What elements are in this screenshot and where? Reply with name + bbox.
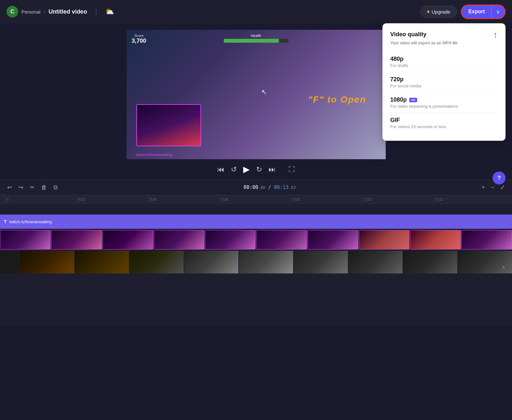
frame-4 [154,230,204,249]
bottom-frame-8 [403,251,457,273]
frame-2 [51,230,102,249]
frame-10 [461,230,512,249]
topbar: C Personal › Untitled video ⋮ ⛅ ♦ Upgrad… [0,0,512,23]
upgrade-button[interactable]: ♦ Upgrade [420,6,457,17]
quality-option-1080p-name: 1080p HD [390,96,498,103]
skip-back-button[interactable]: ↺ [231,165,237,174]
health-label: Health [224,34,289,38]
bottom-frame-4 [184,251,238,273]
webcam-content [137,105,200,146]
export-dropdown-button[interactable]: ∨ [491,6,505,18]
export-button-group: Export ∨ [461,5,506,19]
quality-dropdown-title: Video quality [390,31,498,38]
quality-option-1080p-desc: For video streaming & presentations [390,104,498,109]
breadcrumb-arrow: › [44,9,45,14]
zoom-in-button[interactable]: + [480,182,487,192]
health-bar [224,39,289,43]
frame-1 [0,230,51,249]
frame-9 [410,230,461,249]
video-score: Score 3,700 [132,34,146,44]
bottom-frame-0 [0,251,19,273]
ruler-mark-6: 0:06 [220,196,292,203]
skip-to-end-button[interactable]: ⏭ [268,165,276,174]
text-track-icon: T [4,219,7,224]
webcam-overlay [136,104,201,146]
skip-to-start-button[interactable]: ⏮ [217,165,224,174]
bottom-frame-5 [239,251,293,273]
frame-8 [359,230,409,249]
topbar-right: ♦ Upgrade Export ∨ [420,5,506,19]
timeline-toolbar: ↩ ↪ ✂ 🗑 ⧉ 00:00.00 / 00:13.83 + − [0,180,512,195]
text-track-label: twitch.tv/foreverwaiting [9,219,52,224]
quality-option-1080p[interactable]: 1080p HD For video streaming & presentat… [390,93,498,113]
diamond-icon: ♦ [427,9,430,15]
ruler-mark-10: 0:10 [363,196,435,203]
frame-3 [103,230,153,249]
more-button[interactable]: ⋮ [90,6,102,17]
quality-option-gif-name: GIF [390,117,498,124]
ruler-marks: 0 0:02 0:04 0:06 0:08 0:10 0:12 [5,196,507,203]
bottom-video-track [0,251,512,273]
quality-option-720p-desc: For social media [390,83,498,88]
redo-button[interactable]: ↪ [17,182,25,192]
zoom-out-button[interactable]: − [489,182,496,192]
time-current: 00:00.00 [244,184,268,190]
cut-button[interactable]: ✂ [28,182,37,192]
bottom-frame-2 [75,251,129,273]
fullscreen-button[interactable]: ⛶ [289,166,295,173]
timeline-ruler: 0 0:02 0:04 0:06 0:08 0:10 0:12 [0,195,512,204]
quality-dropdown-arrow: ↑ [493,30,498,40]
time-total: 00:13.83 [274,184,296,190]
bottom-frame-3 [130,251,184,273]
frame-7 [308,230,358,249]
frame-5 [205,230,256,249]
fps-text: "F" to Open [308,94,366,105]
ruler-mark-0: 0 [5,196,77,203]
timeline-zoom-controls: + − ⤢ [480,182,507,192]
frame-6 [256,230,307,249]
quality-option-gif-desc: For videos 15 seconds or less [390,124,498,129]
health-bar-container: Health [224,34,289,43]
bottom-frame-7 [348,251,403,273]
score-value: 3,700 [132,38,146,44]
video-controls: ⏮ ↺ ▶ ↻ ⏭ ⛶ [0,159,512,180]
cloud-icon: ⛅ [105,7,114,16]
bottom-frame-1 [20,251,74,273]
bottom-frame-6 [294,251,348,273]
quality-option-gif[interactable]: GIF For videos 15 seconds or less [390,113,498,133]
quality-option-720p-name: 720p [390,76,498,83]
quality-option-480p-name: 480p [390,56,498,62]
ruler-mark-8: 0:08 [292,196,363,203]
hd-badge: HD [409,98,417,102]
skip-forward-button[interactable]: ↻ [256,165,262,174]
timeline-section: ↩ ↪ ✂ 🗑 ⧉ 00:00.00 / 00:13.83 + − [0,180,512,325]
topbar-left: C Personal › Untitled video ⋮ ⛅ [6,6,416,17]
timeline-tracks: T twitch.tv/foreverwaiting [0,204,512,317]
play-button[interactable]: ▶ [243,164,250,174]
collapse-button[interactable]: ∧ [501,264,506,271]
export-button[interactable]: Export [462,6,491,18]
video-background: Score 3,700 Health twitch.tv/foreve [127,30,386,159]
copy-button[interactable]: ⧉ [51,183,60,192]
avatar: C [6,6,18,17]
help-button[interactable]: ? [493,171,506,184]
health-fill [224,39,279,43]
text-track[interactable]: T twitch.tv/foreverwaiting [0,215,512,229]
video-preview: Score 3,700 Health twitch.tv/foreve [127,30,386,159]
workspace-label: Personal [21,9,40,15]
quality-option-720p[interactable]: 720p For social media [390,72,498,93]
quality-option-480p-desc: For drafts [390,63,498,68]
time-display: 00:00.00 / 00:13.83 [62,184,477,190]
quality-option-480p[interactable]: 480p For drafts [390,52,498,72]
ruler-mark-12: 0:12 [435,196,507,203]
twitch-url-overlay: twitch.tv/foreverwaiting [136,153,172,157]
ruler-mark-4: 0:04 [149,196,220,203]
score-label: Score [132,34,146,38]
project-title: Untitled video [49,8,87,15]
undo-button[interactable]: ↩ [5,182,14,192]
video-frames-track [0,230,512,249]
delete-button[interactable]: 🗑 [39,183,49,192]
cursor-indicator: ↖ [261,88,268,94]
track-spacer [0,204,512,213]
quality-dropdown: Video quality Your video will export as … [382,23,506,141]
